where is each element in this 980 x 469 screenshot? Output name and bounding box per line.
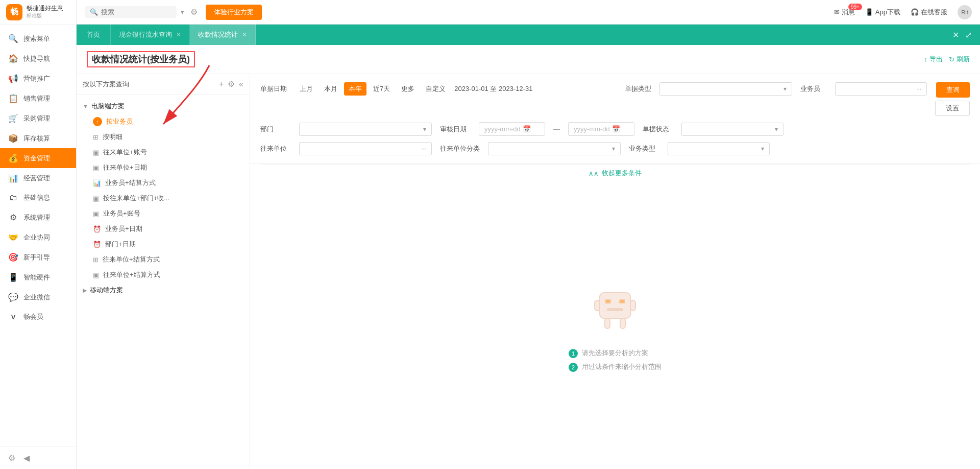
topbar-search-box[interactable]: 🔍 xyxy=(85,6,177,18)
sidebar-item-member[interactable]: V 畅会员 xyxy=(0,307,76,326)
topbar-left: 🔍 ▾ ⚙ 体验行业方案 xyxy=(85,5,834,20)
refresh-button[interactable]: ↻ 刷新 xyxy=(949,55,970,64)
scheme-counterpart-settlement1[interactable]: ⊞ 往来单位+结算方式 xyxy=(77,252,250,267)
date-this-year[interactable]: 本年 xyxy=(344,82,366,96)
online-service-button[interactable]: 🎧 在线客服 xyxy=(911,8,947,17)
sidebar-item-basic[interactable]: 🗂 基础信息 xyxy=(0,188,76,207)
message-button[interactable]: ✉ 消息 99+ xyxy=(834,8,855,17)
date-custom[interactable]: 自定义 xyxy=(421,82,450,96)
filter-area: 单据日期 上月 本月 本年 近7天 更多 自定义 2023-01-01 至 20… xyxy=(250,74,980,164)
counterpart-date-icon: ▣ xyxy=(93,164,99,172)
dept-chevron: ▾ xyxy=(423,126,426,133)
maximize-window-button[interactable]: ⤢ xyxy=(963,28,974,42)
collapse-more-button[interactable]: ∧∧ 收起更多条件 xyxy=(260,164,970,182)
scheme-by-salesman[interactable]: ↑ 按业务员 xyxy=(77,114,250,129)
main-content: 收款情况统计(按业务员) ↑ 导出 ↻ 刷新 按以下方案查询 + xyxy=(77,45,980,469)
panel-header-icons: + ⚙ « xyxy=(219,79,243,89)
business-type-select[interactable]: ▾ xyxy=(668,142,770,155)
empty-robot-illustration xyxy=(584,275,646,336)
topbar-right: ✉ 消息 99+ 📱 App下载 🎧 在线客服 Rit xyxy=(834,5,972,19)
search-input[interactable] xyxy=(101,8,162,16)
guide-icon: 🎯 xyxy=(8,252,18,262)
user-avatar[interactable]: Rit xyxy=(958,5,972,19)
mobile-schemes-group: ▶ 移动端方案 xyxy=(77,283,250,298)
counterpart-select[interactable]: ··· xyxy=(299,142,432,155)
hardware-icon: 📱 xyxy=(8,272,18,282)
sidebar-item-inventory[interactable]: 📦 库存核算 xyxy=(0,128,76,148)
date-more[interactable]: 更多 xyxy=(397,82,419,96)
svg-point-8 xyxy=(606,300,609,303)
scheme-counterpart-settlement2[interactable]: ▣ 往来单位+结算方式 xyxy=(77,267,250,283)
scheme-counterpart-account[interactable]: ▣ 往来单位+账号 xyxy=(77,145,250,160)
voucher-type-chevron: ▾ xyxy=(783,85,787,92)
date-last-month[interactable]: 上月 xyxy=(295,82,317,96)
audit-date-start[interactable]: yyyy-mm-dd 📅 xyxy=(479,122,545,136)
dept-select[interactable]: ▾ xyxy=(299,123,432,136)
sidebar-item-business[interactable]: 📊 经营管理 xyxy=(0,168,76,188)
setting-button[interactable]: 设置 xyxy=(935,101,970,116)
query-button[interactable]: 查询 xyxy=(936,82,970,98)
salesman-date-icon: ⏰ xyxy=(93,225,101,233)
settings-bottom-icon[interactable]: ⚙ xyxy=(8,453,15,463)
scheme-salesman-settlement[interactable]: 📊 业务员+结算方式 xyxy=(77,175,250,191)
tab-bank[interactable]: 现金银行流水查询 ✕ xyxy=(111,25,190,45)
counterpart-type-select[interactable]: ▾ xyxy=(488,142,621,155)
trial-button[interactable]: 体验行业方案 xyxy=(206,5,262,20)
audit-date-end[interactable]: yyyy-mm-dd 📅 xyxy=(568,122,634,136)
calendar-icon: 📅 xyxy=(523,125,531,133)
sidebar-item-marketing[interactable]: 📢 营销推广 xyxy=(0,68,76,88)
nav-dropdown-icon[interactable]: ▾ xyxy=(181,8,184,16)
sidebar-item-finance[interactable]: 💰 资金管理 xyxy=(0,148,76,168)
tab-collection-close[interactable]: ✕ xyxy=(242,31,247,38)
sidebar-item-enterprise[interactable]: 🤝 企业协同 xyxy=(0,227,76,247)
scheme-dept-date[interactable]: ⏰ 部门+日期 xyxy=(77,237,250,252)
mobile-schemes-label: 移动端方案 xyxy=(90,286,123,295)
sidebar-item-search[interactable]: 🔍 搜索菜单 xyxy=(0,29,76,49)
date-this-month[interactable]: 本月 xyxy=(320,82,342,96)
scheme-salesman-account[interactable]: ▣ 业务员+账号 xyxy=(77,206,250,221)
tab-collection[interactable]: 收款情况统计 ✕ xyxy=(190,25,256,45)
voucher-status-chevron: ▾ xyxy=(775,126,778,133)
detail-icon: ⊞ xyxy=(93,133,99,141)
sidebar-item-system[interactable]: ⚙ 系统管理 xyxy=(0,207,76,227)
voucher-type-label: 单据类型 xyxy=(625,84,655,93)
export-button[interactable]: ↑ 导出 xyxy=(924,55,943,64)
voucher-status-select[interactable]: ▾ xyxy=(681,123,783,136)
date-last-7-days[interactable]: 近7天 xyxy=(369,82,395,96)
tab-bank-close[interactable]: ✕ xyxy=(176,31,181,38)
voucher-type-select[interactable]: ▾ xyxy=(659,82,792,96)
calendar-end-icon: 📅 xyxy=(612,125,620,133)
scheme-detail[interactable]: ⊞ 按明细 xyxy=(77,129,250,145)
scheme-counterpart-dept[interactable]: ▣ 按往来单位+部门+收... xyxy=(77,191,250,206)
mobile-schemes-header[interactable]: ▶ 移动端方案 xyxy=(77,283,250,298)
scheme-settings-icon[interactable]: ⚙ xyxy=(228,79,235,89)
scheme-counterpart-date[interactable]: ▣ 往来单位+日期 xyxy=(77,160,250,175)
sidebar-item-purchase[interactable]: 🛒 采购管理 xyxy=(0,108,76,128)
dept-date-icon: ⏰ xyxy=(93,241,101,248)
sidebar-item-guide[interactable]: 🎯 新手引导 xyxy=(0,247,76,267)
sidebar-item-sales[interactable]: 📋 销售管理 xyxy=(0,88,76,108)
sidebar-item-quicknav[interactable]: 🏠 快捷导航 xyxy=(0,49,76,68)
desktop-schemes-group: ▼ 电脑端方案 ↑ 按业务员 ⊞ 按明细 ▣ 往 xyxy=(77,99,250,283)
svg-rect-5 xyxy=(630,300,635,311)
collapse-panel-button[interactable]: « xyxy=(239,80,243,89)
sidebar-item-wechat[interactable]: 💬 企业微信 xyxy=(0,287,76,307)
tab-home[interactable]: 首页 xyxy=(77,25,111,45)
sales-icon: 📋 xyxy=(8,93,18,103)
voucher-status-label: 单据状态 xyxy=(643,125,673,134)
topbar-gear-icon[interactable]: ⚙ xyxy=(190,7,198,17)
marketing-icon: 📢 xyxy=(8,74,18,83)
message-badge: 99+ xyxy=(848,4,862,10)
panel-header: 按以下方案查询 + ⚙ « xyxy=(77,74,250,95)
sidebar-item-hardware[interactable]: 📱 智能硬件 xyxy=(0,267,76,287)
add-scheme-button[interactable]: + xyxy=(219,80,224,89)
app-download-button[interactable]: 📱 App下载 xyxy=(865,8,900,17)
system-icon: ⚙ xyxy=(8,213,18,222)
scheme-salesman-date[interactable]: ⏰ 业务员+日期 xyxy=(77,221,250,237)
close-window-button[interactable]: ✕ xyxy=(950,28,961,42)
audit-date-label: 审核日期 xyxy=(440,125,471,134)
desktop-schemes-header[interactable]: ▼ 电脑端方案 xyxy=(77,99,250,114)
wechat-icon: 💬 xyxy=(8,292,18,302)
collapse-sidebar-icon[interactable]: ◀ xyxy=(23,453,30,463)
salesman-select[interactable]: ··· xyxy=(835,82,927,96)
